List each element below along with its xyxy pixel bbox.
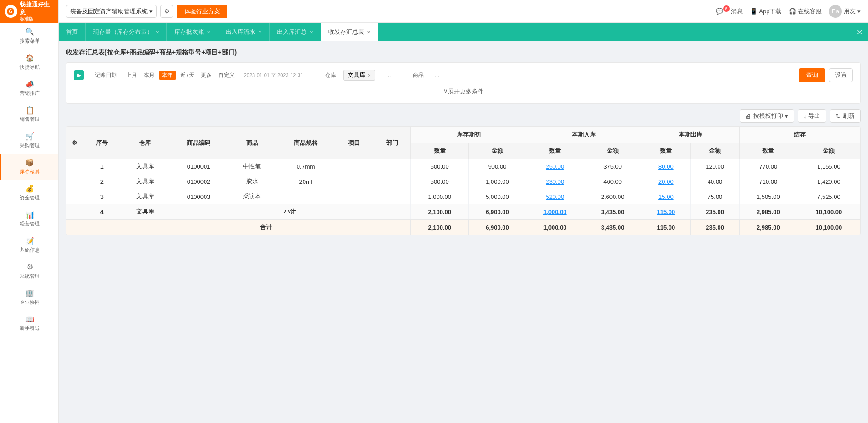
cell-in-qty[interactable]: 520.00: [526, 189, 584, 204]
app-download-area[interactable]: 📱 App下载: [750, 7, 781, 16]
cell-goods-name: 胶水: [228, 174, 276, 189]
cell-out-qty[interactable]: 15.00: [641, 189, 691, 204]
cell-warehouse: 文具库: [121, 189, 169, 204]
warehouse-tag-close[interactable]: ✕: [367, 73, 371, 78]
footer-out-amt: 235.00: [691, 220, 740, 235]
subtotal-row: 4 文具库 小计 2,100.00 6,900.00 1,000.00 3,43…: [66, 204, 860, 220]
warehouse-label: 仓库: [325, 71, 336, 79]
cell-settings[interactable]: [66, 189, 83, 204]
system-selector[interactable]: 装备及固定资产辅助管理系统 ▾: [66, 5, 157, 18]
sidebar-item-basic-info[interactable]: 📝基础信息: [0, 232, 58, 258]
subtotal-out-qty: 115.00: [641, 204, 691, 220]
tab-batch_account[interactable]: 库存批次账 ✕: [167, 23, 218, 41]
date-btn-7days[interactable]: 近7天: [178, 71, 196, 80]
cell-close-qty: 1,505.00: [739, 189, 797, 204]
footer-close-amt: 10,100.00: [797, 220, 860, 235]
th-goods-name: 商品: [228, 127, 276, 159]
sidebar-item-label-guide: 新手引导: [20, 325, 40, 332]
tab-close-recv_send_summary[interactable]: ✕: [367, 30, 370, 35]
topbar: 装备及固定资产辅助管理系统 ▾ ⚙ 体验行业方案 💬 6 消息 📱 App下载 …: [59, 0, 868, 23]
guide-icon: 📖: [25, 315, 34, 324]
data-table-wrap: ⚙ 序号 仓库 商品编码 商品 商品规格 项目 部门 库存期初 本期入库 本期出…: [66, 126, 861, 235]
expand-label: 展开更多条件: [448, 88, 484, 96]
tab-in_out_flow[interactable]: 出入库流水 ✕: [218, 23, 270, 41]
headset-icon: 🎧: [789, 8, 796, 15]
sidebar-item-finance[interactable]: 💰资金管理: [0, 180, 58, 206]
date-btn-this-month[interactable]: 本月: [142, 71, 156, 80]
footer-out-qty: 115.00: [641, 220, 691, 235]
sidebar-item-label-sales: 销售管理: [20, 116, 40, 123]
tab-inventory_dist[interactable]: 现存量（库存分布表） ✕: [86, 23, 167, 41]
cell-settings[interactable]: [66, 159, 83, 174]
date-btn-this-year[interactable]: 本年: [159, 71, 176, 80]
trial-button[interactable]: 体验行业方案: [177, 5, 227, 18]
date-label: 记账日期: [95, 71, 117, 79]
tab-close-inventory_dist[interactable]: ✕: [155, 30, 159, 35]
gear-button[interactable]: ⚙: [160, 5, 173, 18]
cell-open-qty: 500.00: [411, 174, 469, 189]
cell-out-qty[interactable]: 80.00: [641, 159, 691, 174]
cell-no: 3: [83, 189, 121, 204]
cell-in-amt: 460.00: [584, 174, 641, 189]
cell-settings[interactable]: [66, 174, 83, 189]
query-button[interactable]: 查询: [799, 68, 825, 82]
sidebar-item-label-enterprise: 企业协同: [20, 299, 40, 306]
goods-label: 商品: [413, 71, 424, 79]
date-shortcuts: 上月 本月 本年 近7天 更多 自定义: [124, 71, 237, 80]
warehouse-more-btn[interactable]: ...: [386, 72, 391, 78]
tab-in_out_summary[interactable]: 出入库汇总 ✕: [270, 23, 321, 41]
logo-icon: 6: [5, 5, 17, 18]
cell-warehouse: 文具库: [121, 174, 169, 189]
print-template-button[interactable]: 🖨 按模板打印 ▾: [740, 109, 794, 123]
sidebar-item-quick-nav[interactable]: 🏠快捷导航: [0, 49, 58, 75]
online-service-area[interactable]: 🎧 在线客服: [789, 7, 822, 16]
sidebar-item-operations[interactable]: 📊经营管理: [0, 206, 58, 232]
goods-more-btn[interactable]: ...: [435, 72, 439, 78]
cell-out-qty[interactable]: 20.00: [641, 174, 691, 189]
setting-button[interactable]: 设置: [829, 68, 853, 82]
export-button[interactable]: ↓ 导出: [798, 109, 827, 123]
date-btn-last-month[interactable]: 上月: [124, 71, 139, 80]
sidebar-item-inventory[interactable]: 📦库存核算: [0, 154, 58, 180]
cell-out-amt: 75.00: [691, 189, 740, 204]
date-btn-more[interactable]: 更多: [199, 71, 214, 80]
cell-in-qty[interactable]: 230.00: [526, 174, 584, 189]
message-area[interactable]: 💬 6 消息: [716, 7, 743, 16]
sidebar-item-label-operations: 经营管理: [20, 220, 40, 227]
subtotal-close-qty: 2,985.00: [739, 204, 797, 220]
cell-open-amt: 1,000.00: [469, 174, 526, 189]
sidebar-item-guide[interactable]: 📖新手引导: [0, 310, 58, 336]
footer-row: 合计 2,100.00 6,900.00 1,000.00 3,435.00 1…: [66, 220, 860, 235]
th-closing-stock: 结存: [739, 127, 860, 143]
user-area[interactable]: Ea 用友 ▾: [829, 5, 861, 18]
filter-expand-btn[interactable]: ▶: [74, 70, 84, 80]
th-dept: 部门: [373, 127, 411, 159]
user-dropdown-icon: ▾: [857, 8, 861, 15]
message-icon: 💬: [716, 8, 723, 15]
sidebar-item-sales[interactable]: 📋销售管理: [0, 101, 58, 127]
sidebar-item-label-quick-nav: 快捷导航: [20, 64, 40, 71]
th-goods-spec: 商品规格: [276, 127, 335, 159]
cell-in-amt: 375.00: [584, 159, 641, 174]
sidebar-item-system[interactable]: ⚙系统管理: [0, 258, 58, 284]
sidebar-item-marketing[interactable]: 📣营销推广: [0, 75, 58, 101]
tab-close-in_out_flow[interactable]: ✕: [258, 30, 262, 35]
sidebar-item-search[interactable]: 🔍搜索菜单: [0, 23, 58, 49]
tab-close-batch_account[interactable]: ✕: [207, 30, 210, 35]
cell-project: [335, 174, 373, 189]
cell-in-qty[interactable]: 250.00: [526, 159, 584, 174]
refresh-button[interactable]: ↻ 刷新: [830, 109, 861, 123]
date-btn-custom[interactable]: 自定义: [216, 71, 237, 80]
cell-open-qty: 1,000.00: [411, 189, 469, 204]
tab-recv_send_summary[interactable]: 收发存汇总表 ✕: [321, 23, 378, 41]
cell-goods-name: 采访本: [228, 189, 276, 204]
enterprise-icon: 🏢: [25, 289, 34, 297]
th-settings[interactable]: ⚙: [66, 127, 83, 159]
main-content: 装备及固定资产辅助管理系统 ▾ ⚙ 体验行业方案 💬 6 消息 📱 App下载 …: [59, 0, 868, 423]
expand-more-conditions[interactable]: ∨ 展开更多条件: [74, 86, 853, 98]
tab-close-in_out_summary[interactable]: ✕: [310, 30, 313, 35]
sidebar-item-purchase[interactable]: 🛒采购管理: [0, 127, 58, 154]
sidebar-item-enterprise[interactable]: 🏢企业协同: [0, 284, 58, 310]
close-all-tabs-button[interactable]: ✕: [851, 28, 868, 37]
tab-home[interactable]: 首页: [59, 23, 86, 41]
